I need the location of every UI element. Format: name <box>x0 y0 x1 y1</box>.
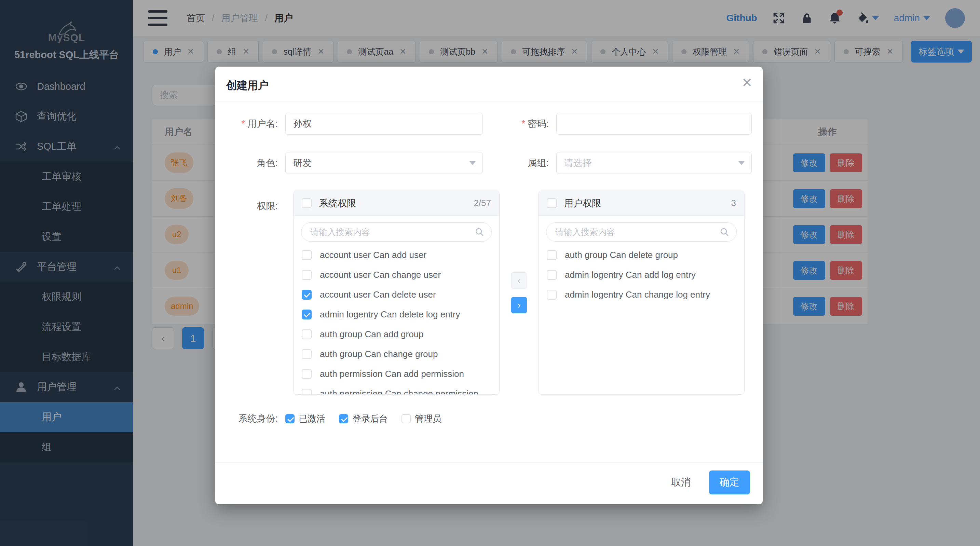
create-user-dialog: 创建用户 用户名: 密码: 角色: 研发 属组: 请选择 权限: 系统权 <box>215 67 763 504</box>
search-icon <box>475 227 484 237</box>
transfer-target-panel: 用户权限 3 auth group Can delete group admin… <box>538 191 745 395</box>
username-field[interactable] <box>285 113 483 135</box>
identity-active[interactable]: 已激活 <box>285 413 325 425</box>
checkbox[interactable] <box>401 414 411 423</box>
group-select[interactable]: 请选择 <box>556 152 752 174</box>
item-checkbox[interactable] <box>302 349 312 359</box>
permission-item[interactable]: account user Can add user <box>294 245 499 265</box>
username-label: 用户名: <box>215 118 285 130</box>
item-checkbox[interactable] <box>547 250 557 260</box>
confirm-button[interactable]: 确定 <box>709 471 750 494</box>
permission-item[interactable]: admin logentry Can delete log entry <box>294 304 499 324</box>
search-icon <box>720 227 729 237</box>
checkbox[interactable] <box>285 414 294 423</box>
permission-item[interactable]: auth permission Can add permission <box>294 364 499 384</box>
group-label: 属组: <box>478 157 556 169</box>
chevron-down-icon <box>738 161 745 165</box>
transfer-target-title: 用户权限 <box>564 197 724 209</box>
item-checkbox[interactable] <box>302 330 312 339</box>
transfer-source-title: 系统权限 <box>319 197 466 209</box>
item-checkbox[interactable] <box>302 369 312 379</box>
identity-admin[interactable]: 管理员 <box>401 413 441 425</box>
identity-row: 系统身份: 已激活 登录后台 管理员 <box>215 412 455 425</box>
permission-item[interactable]: admin logentry Can change log entry <box>539 285 744 304</box>
permission-item[interactable]: auth group Can change group <box>294 344 499 364</box>
transfer-source-list: account user Can add user account user C… <box>294 245 499 394</box>
item-checkbox[interactable] <box>302 250 312 260</box>
transfer-source-search <box>301 223 492 242</box>
transfer-source-count: 2/57 <box>474 198 491 209</box>
password-label: 密码: <box>478 118 556 130</box>
permission-item[interactable]: admin logentry Can add log entry <box>539 265 744 285</box>
item-checkbox[interactable] <box>547 290 557 300</box>
transfer-target-count: 3 <box>731 198 736 209</box>
cancel-button[interactable]: 取消 <box>666 471 697 494</box>
identity-label: 系统身份: <box>215 412 285 425</box>
transfer-to-right-button[interactable] <box>511 297 527 313</box>
transfer-source-panel: 系统权限 2/57 account user Can add user acco… <box>293 191 500 395</box>
transfer-search-input[interactable] <box>301 223 492 242</box>
transfer-to-left-button[interactable] <box>511 272 527 289</box>
role-label: 角色: <box>215 157 285 169</box>
checkbox[interactable] <box>339 414 348 423</box>
item-checkbox[interactable] <box>547 270 557 280</box>
transfer-source-header: 系统权限 2/57 <box>294 191 499 216</box>
transfer-target-list: auth group Can delete group admin logent… <box>539 245 744 394</box>
permission-item[interactable]: account user Can delete user <box>294 285 499 304</box>
close-icon[interactable] <box>741 76 752 89</box>
role-select[interactable]: 研发 <box>285 152 483 174</box>
transfer-target-search <box>546 223 737 242</box>
item-checkbox[interactable] <box>302 389 312 395</box>
permission-item[interactable]: auth group Can delete group <box>539 245 744 265</box>
dialog-header-divider <box>215 101 763 102</box>
dialog-footer-divider <box>215 462 763 463</box>
permissions-label: 权限: <box>215 200 285 212</box>
transfer-search-input[interactable] <box>546 223 737 242</box>
identity-backend-login[interactable]: 登录后台 <box>339 413 388 425</box>
select-all-checkbox[interactable] <box>547 198 557 208</box>
app-root: MySQL 51reboot SQL上线平台 Dashboard 查询优化 SQ… <box>0 0 980 546</box>
item-checkbox[interactable] <box>302 310 312 320</box>
transfer-target-header: 用户权限 3 <box>539 191 744 216</box>
select-all-checkbox[interactable] <box>302 198 312 208</box>
permission-item[interactable]: account user Can change user <box>294 265 499 285</box>
chevron-down-icon <box>469 161 476 165</box>
item-checkbox[interactable] <box>302 290 312 300</box>
permission-item[interactable]: auth permission Can change permission <box>294 384 499 394</box>
permission-item[interactable]: auth group Can add group <box>294 324 499 344</box>
item-checkbox[interactable] <box>302 270 312 280</box>
dialog-title: 创建用户 <box>226 78 269 92</box>
password-field[interactable] <box>556 113 752 135</box>
